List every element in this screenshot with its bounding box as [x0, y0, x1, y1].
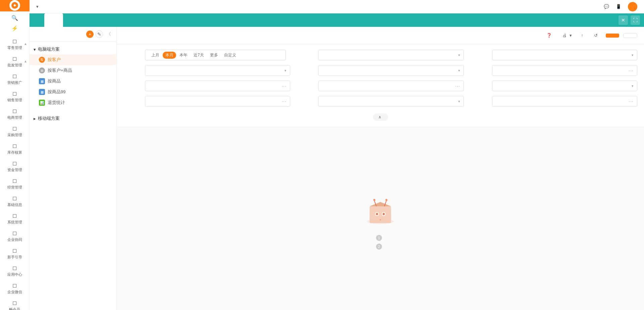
export-btn[interactable]: ↑: [579, 32, 588, 39]
content-area: + ✎ 《 ▾ 电脑端方案 客 按客户 ⊞ 按客户+商品: [30, 27, 644, 310]
sidebar-item-finance[interactable]: ◻ 资金管理: [0, 157, 29, 174]
scheme-by-customer-product[interactable]: ⊞ 按客户+商品: [30, 65, 116, 76]
date-tab-this-year[interactable]: 本年: [177, 52, 190, 59]
message-btn[interactable]: 💬: [604, 4, 610, 9]
sidebar-icon-member: ◻: [11, 299, 18, 306]
sidebar-label-wechat: 企业微信: [7, 290, 22, 295]
query-btn[interactable]: [606, 34, 619, 38]
out-status-input[interactable]: ▾: [145, 65, 290, 76]
template-print-btn[interactable]: 🖨 ▾: [560, 32, 575, 39]
sidebar-item-newbie[interactable]: ◻ 新手引导: [0, 244, 29, 262]
sidebar-item-system[interactable]: ◻ 系统管理: [0, 209, 29, 227]
dropdown-arrow-icon: ▾: [36, 4, 39, 9]
date-tab-last-month[interactable]: 上月: [149, 52, 162, 59]
sidebar-item-basic[interactable]: ◻ 基础信息: [0, 192, 29, 209]
product-input[interactable]: ···: [145, 81, 290, 91]
receipt-status-input[interactable]: ▾: [318, 65, 464, 76]
doc-status-input[interactable]: ▾: [492, 50, 637, 60]
date-input[interactable]: 上月 本月 本年 近7天 更多 自定义: [145, 50, 286, 60]
scheme-return-stats[interactable]: 📊 退货统计: [30, 97, 116, 108]
sidebar-label-inventory: 库存核算: [7, 150, 22, 155]
desktop-group-title[interactable]: ▾ 电脑端方案: [30, 44, 116, 54]
expand-icon: ⛶: [633, 17, 638, 23]
product-scheme-icon: ▦: [39, 78, 45, 84]
sidebar-icon-inventory: ◻: [11, 142, 18, 149]
app-download-btn[interactable]: 📱: [616, 4, 623, 9]
tab-close-window-btn[interactable]: ✕: [619, 15, 628, 25]
avatar: [628, 2, 637, 11]
sidebar-icon-wholesale: ◻: [11, 55, 18, 62]
date-tab-custom[interactable]: 自定义: [221, 52, 239, 59]
user-menu[interactable]: [628, 2, 639, 11]
sidebar-icon-basic: ◻: [11, 195, 18, 201]
sidebar-icon-marketing: ◻: [11, 72, 18, 79]
brand-input[interactable]: ···: [492, 96, 637, 107]
sidebar-item-purchase[interactable]: ◻ 采购管理: [0, 122, 29, 140]
sidebar-label-sales: 销售管理: [7, 98, 22, 103]
filter-payment: ▾: [297, 96, 464, 107]
sidebar-item-wholesale[interactable]: ◻ 批发管理 ▲: [0, 52, 29, 70]
edit-scheme-btn[interactable]: ✎: [96, 31, 103, 38]
sidebar-icon-enterprise: ◻: [11, 229, 18, 236]
collapse-panel-btn[interactable]: 《: [105, 31, 112, 38]
out-status-arrow-icon: ▾: [284, 68, 286, 73]
department-input[interactable]: ▾: [492, 81, 637, 91]
scheme-by-customer[interactable]: 客 按客户: [30, 54, 116, 65]
refresh-btn[interactable]: ↺: [591, 32, 602, 39]
scheme-by-product[interactable]: ▦ 按商品: [30, 76, 116, 87]
sidebar-item-marketing[interactable]: ◻ 营销推广: [0, 70, 29, 87]
sidebar-item-apps[interactable]: ◻ 应用中心: [0, 262, 29, 279]
tab-current[interactable]: [44, 13, 63, 27]
date-tabs: 上月 本月 本年 近7天 更多 自定义: [149, 52, 239, 59]
sidebar-item-enterprise[interactable]: ◻ 企业协同: [0, 227, 29, 244]
filter-row-2: ▾ ▾ ···: [123, 65, 637, 76]
add-scheme-btn[interactable]: +: [86, 31, 94, 38]
svg-point-11: [385, 199, 387, 201]
sidebar-label-basic: 基础信息: [7, 202, 22, 207]
sidebar-label-system: 系统管理: [7, 220, 22, 225]
receiver-input[interactable]: ···: [145, 96, 290, 107]
settings-btn[interactable]: [623, 33, 637, 38]
brand-dots-icon: ···: [629, 99, 634, 104]
empty-tips: 1 2: [376, 235, 385, 250]
sidebar-icon-purchase: ◻: [11, 125, 18, 132]
sidebar-item-wechat[interactable]: ◻ 企业微信: [0, 279, 29, 297]
tab-expand-btn[interactable]: ⛶: [631, 15, 640, 25]
sidebar-icon-sales: ◻: [11, 90, 18, 97]
empty-illustration: [360, 188, 400, 228]
sidebar-item-sales[interactable]: ◻ 销售管理: [0, 87, 29, 105]
help-btn[interactable]: ❓: [544, 32, 556, 39]
return-scheme-label: 退货统计: [48, 100, 65, 106]
sidebar-icon-finance: ◻: [11, 160, 18, 166]
mobile-group-title[interactable]: ▸ 移动端方案: [30, 113, 116, 123]
sidebar-item-member[interactable]: ◻ 畅会员: [0, 297, 29, 310]
sidebar-quick-nav[interactable]: ⚡: [0, 23, 29, 34]
svg-marker-3: [370, 202, 391, 206]
sidebar-label-apps: 应用中心: [7, 272, 22, 277]
tab-home[interactable]: [30, 13, 43, 27]
sidebar-search-item[interactable]: 🔍: [0, 11, 29, 23]
collapse-filters-btn[interactable]: ∧: [373, 113, 388, 121]
industry-selector[interactable]: ▾: [35, 4, 39, 9]
export-icon: ↑: [581, 33, 584, 38]
help-icon: ❓: [546, 33, 552, 38]
warehouse-input[interactable]: ···: [492, 65, 637, 76]
receiver-dots-icon: ···: [282, 99, 287, 104]
payment-input[interactable]: ▾: [318, 96, 464, 107]
customer-product-scheme-label: 按客户+商品: [48, 67, 72, 73]
salesperson-dots-icon: ···: [455, 83, 460, 89]
sidebar-item-operations[interactable]: ◻ 经营管理: [0, 174, 29, 192]
date-tab-more[interactable]: 更多: [207, 52, 221, 59]
tab-close-btn[interactable]: [52, 17, 58, 23]
salesperson-input[interactable]: ···: [318, 81, 464, 91]
sidebar-item-ecommerce[interactable]: ◻ 电商管理: [0, 105, 29, 122]
sidebar-item-retail[interactable]: ◻ 零售管理 ▲: [0, 35, 29, 52]
doc-type-input[interactable]: ▾: [318, 50, 464, 60]
date-tab-this-month[interactable]: 本月: [163, 52, 176, 59]
phone-icon: 📱: [616, 4, 621, 9]
scheme-by-product-99[interactable]: ▦ 按商品99: [30, 87, 116, 97]
sidebar-item-inventory[interactable]: ◻ 库存核算: [0, 140, 29, 157]
date-tab-7days[interactable]: 近7天: [191, 52, 207, 59]
sidebar-label-member: 畅会员: [9, 307, 20, 310]
mobile-scheme-group: ▸ 移动端方案: [30, 111, 116, 126]
